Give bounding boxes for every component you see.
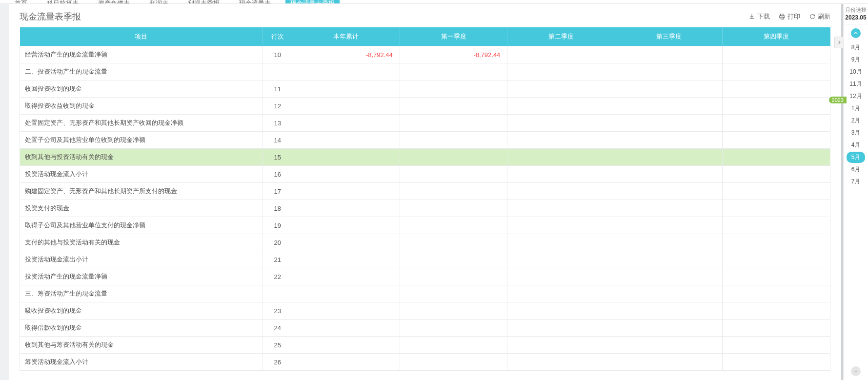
cell-item: 投资支付的现金 [20,200,263,217]
tab-3[interactable]: 利润表 [144,0,173,4]
cell-item: 取得投资收益收到的现金 [20,98,263,115]
refresh-icon [809,13,816,20]
cell-ytd [292,132,400,149]
cell-q2 [507,115,615,132]
table-row: 投资支付的现金18 [20,200,830,217]
month-option[interactable]: 6月 [847,164,865,175]
cell-q4 [723,200,830,217]
cell-ytd [292,98,400,115]
month-option[interactable]: 12月 [847,91,865,102]
table-row: 投资活动现金流入小计16 [20,166,830,183]
tab-1[interactable]: 科目核算表 [42,0,83,4]
tab-4[interactable]: 利润表季报 [183,0,224,4]
cell-item: 投资活动现金流入小计 [20,166,263,183]
cell-q4 [723,337,830,354]
tab-0[interactable]: 首页 [10,0,32,4]
cell-q4 [723,149,830,166]
cell-q4 [723,98,830,115]
cell-q1 [400,320,507,337]
table-row: 取得借款收到的现金24 [20,320,830,337]
tab-6[interactable]: 现金流量表季报 [285,0,340,4]
month-option[interactable]: 2月 [847,115,865,126]
cell-q4 [723,46,830,63]
table-row: 取得子公司及其他营业单位支付的现金净额19 [20,217,830,234]
cell-q3 [615,98,723,115]
month-option[interactable]: 7月 [847,176,865,187]
cell-ytd [292,337,400,354]
cell-q3 [615,268,723,285]
cell-q2 [507,320,615,337]
cell-q1 [400,132,507,149]
cell-ytd [292,354,400,371]
col-header-item: 项目 [20,27,263,46]
cell-q2 [507,268,615,285]
cell-item: 购建固定资产、无形资产和其他长期资产所支付的现金 [20,183,263,200]
cell-q1 [400,200,507,217]
cell-row: 11 [263,80,292,98]
refresh-label: 刷新 [818,12,830,21]
col-header-q4: 第四季度 [723,27,830,46]
cell-q3 [615,354,723,371]
cell-q1: -8,792.44 [400,46,507,63]
cell-ytd [292,285,400,302]
cell-q3 [615,200,723,217]
cell-q4 [723,251,830,268]
cell-item: 三、筹资活动产生的现金流量 [20,285,263,302]
cell-q1 [400,166,507,183]
table-row: 收到其他与投资活动有关的现金15 [20,149,830,166]
cell-row: 19 [263,217,292,234]
print-label: 打印 [787,12,800,21]
cell-q2 [507,183,615,200]
month-option[interactable]: 4月 [847,140,865,151]
print-icon [779,13,786,20]
cell-q4 [723,115,830,132]
cell-q2 [507,354,615,371]
cell-ytd [292,251,400,268]
month-option[interactable]: 8月 [847,42,865,53]
tab-5[interactable]: 现金流量表 [234,0,276,4]
cell-row: 10 [263,46,292,63]
table-row: 收到其他与筹资活动有关的现金25 [20,337,830,354]
collapse-panel-button[interactable] [834,37,843,48]
table-row: 处置子公司及其他营业单位收到的现金净额14 [20,132,830,149]
cell-ytd [292,217,400,234]
cell-row: 16 [263,166,292,183]
table-row: 二、投资活动产生的现金流量 [20,63,830,80]
month-option[interactable]: 9月 [847,54,865,65]
cell-ytd [292,200,400,217]
month-scroll-down[interactable] [851,366,861,376]
cell-ytd [292,302,400,320]
cell-q3 [615,320,723,337]
cell-q2 [507,234,615,251]
cell-ytd [292,115,400,132]
tab-2[interactable]: 资产负债表 [93,0,135,4]
cell-q3 [615,234,723,251]
month-option[interactable]: 10月 [847,66,865,78]
cell-q1 [400,63,507,80]
download-button[interactable]: 下载 [748,12,770,21]
table-scroll[interactable]: 项目 行次 本年累计 第一季度 第二季度 第三季度 第四季度 经营活动产生的现金… [20,27,830,380]
cell-q3 [615,149,723,166]
year-tag: 2023 [829,97,847,103]
refresh-button[interactable]: 刷新 [809,12,830,21]
print-button[interactable]: 打印 [779,12,800,21]
cell-row: 24 [263,320,292,337]
month-option[interactable]: 11月 [847,79,865,90]
month-scroll-up[interactable] [851,28,861,38]
cell-ytd [292,63,400,80]
cell-q3 [615,46,723,63]
cell-item: 取得子公司及其他营业单位支付的现金净额 [20,217,263,234]
month-option[interactable]: 1月 [847,103,865,114]
cell-q3 [615,285,723,302]
cell-row: 23 [263,302,292,320]
cell-q4 [723,268,830,285]
table-row: 购建固定资产、无形资产和其他长期资产所支付的现金17 [20,183,830,200]
cell-row: 13 [263,115,292,132]
month-option[interactable]: 5月 [847,152,865,163]
cell-q4 [723,80,830,98]
cell-q1 [400,149,507,166]
table-row: 处置固定资产、无形资产和其他长期资产收回的现金净额13 [20,115,830,132]
month-option[interactable]: 3月 [847,127,865,139]
cell-q3 [615,251,723,268]
table-row: 支付的其他与投资活动有关的现金20 [20,234,830,251]
